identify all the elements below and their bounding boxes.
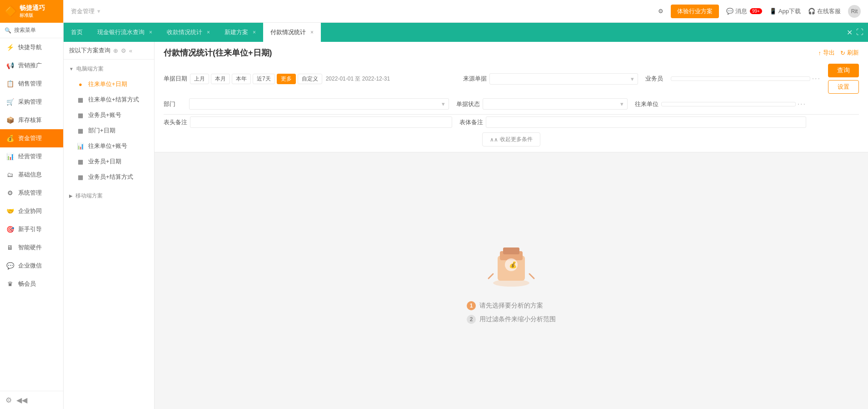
plan-item-label: 往来单位+结算方式 (88, 96, 139, 104)
tab-payment-stats[interactable]: 付款情况统计 × (263, 23, 321, 42)
avatar[interactable]: Rit (848, 5, 861, 18)
mobile-section-title[interactable]: ▶ 移动端方案 (64, 188, 154, 203)
doc-status-select[interactable]: ▾ (483, 98, 628, 110)
tab-home-label: 首页 (71, 28, 83, 36)
plan-item-dept-date[interactable]: ▦ 部门+日期 (64, 123, 154, 138)
tab-bank-flow[interactable]: 现金银行流水查询 × (90, 23, 160, 42)
tab-new-plan-close[interactable]: × (253, 30, 256, 35)
topbar-actions: ⚙ 体验行业方案 💬 消息 99+ 📱 App下载 🎧 在线客服 Rit (658, 5, 861, 18)
mobile-section-arrow: ▶ (69, 193, 73, 198)
sidebar-item-finance[interactable]: 💰 资金管理 (0, 129, 63, 147)
trial-btn[interactable]: 体验行业方案 (671, 5, 719, 18)
breadcrumb-text: 资金管理 (71, 7, 95, 15)
sidebar-item-label: 经营管理 (18, 152, 42, 161)
tab-receipt-stats-close[interactable]: × (207, 30, 210, 35)
main-area: 资金管理 ▾ ⚙ 体验行业方案 💬 消息 99+ 📱 App下载 🎧 在线客服 … (64, 0, 868, 409)
tab-fullscreen-btn[interactable]: ⛶ (856, 28, 863, 36)
sidebar-settings-btn[interactable]: ⚙ (5, 396, 12, 404)
plan-item-label: 业务员+账号 (88, 111, 121, 119)
app-download-btn[interactable]: 📱 App下载 (769, 7, 801, 15)
add-plan-btn[interactable]: ⊕ (113, 47, 118, 54)
header-note-input[interactable] (190, 116, 452, 128)
source-select[interactable]: ▾ (489, 73, 639, 85)
empty-tip-1: 1 请先选择要分析的方案 (467, 301, 556, 310)
sidebar-item-label: 新手引导 (18, 225, 42, 233)
sidebar-item-purchase[interactable]: 🛒 采购管理 (0, 93, 63, 111)
sidebar-item-system[interactable]: ⚙ 系统管理 (0, 184, 63, 202)
date-range-text: 2022-01-01 至 2022-12-31 (326, 75, 390, 83)
right-main: 付款情况统计(往来单位+日期) ↑ 导出 ↻ 刷新 (155, 42, 868, 409)
this-year-btn[interactable]: 本年 (232, 74, 251, 84)
export-btn[interactable]: ↑ 导出 (818, 49, 835, 57)
desktop-section-title[interactable]: ▼ 电脑端方案 (64, 61, 154, 76)
tab-home[interactable]: 首页 (64, 23, 90, 42)
filter-doc-status-item: 单据状态 ▾ (456, 98, 628, 110)
search-label: 搜索菜单 (14, 26, 36, 34)
sidebar-collapse-btn[interactable]: ◀◀ (16, 396, 27, 404)
refresh-icon: ↻ (840, 50, 845, 56)
content: 按以下方案查询 ⊕ ⚙ « ▼ 电脑端方案 ● 往来单位+日期 ▦ (64, 42, 868, 409)
sidebar-item-quick-nav[interactable]: ⚡ 快捷导航 (0, 38, 63, 56)
more-btn[interactable]: 更多 (277, 74, 296, 84)
filter-row-1: 单据日期 上月 本月 本年 近7天 更多 自定义 20 (164, 64, 859, 94)
online-service-btn[interactable]: 🎧 在线客服 (808, 7, 841, 15)
refresh-btn[interactable]: ↻ 刷新 (840, 49, 859, 57)
plan-item-icon-dept-date: ▦ (76, 126, 85, 135)
search-icon: 🔍 (5, 27, 11, 34)
empty-tip-2: 2 用过滤条件来缩小分析范围 (467, 315, 556, 324)
partner-dots-btn[interactable]: ··· (798, 100, 806, 108)
sidebar-item-base-info[interactable]: 🗂 基础信息 (0, 166, 63, 184)
sidebar-item-vip[interactable]: ♛ 畅会员 (0, 275, 63, 293)
sidebar-item-inventory[interactable]: 📦 库存核算 (0, 111, 63, 129)
filter-salesman-item: 业务员 ··· (645, 75, 821, 83)
custom-btn[interactable]: 自定义 (298, 74, 322, 84)
left-panel-header-icons: ⊕ ⚙ « (113, 47, 132, 54)
collapse-icon: ∧∧ (490, 136, 498, 143)
sidebar-item-smart-hw[interactable]: 🖥 智能硬件 (0, 238, 63, 257)
plan-item-partner-settle[interactable]: ▦ 往来单位+结算方式 (64, 92, 154, 107)
dept-select[interactable]: ▾ (189, 98, 449, 110)
empty-area: 💰 1 请先选择要分析的方案 2 用过滤条件来缩小分析范围 (155, 152, 868, 409)
date-btns: 上月 本月 本年 近7天 更多 自定义 (190, 74, 322, 84)
tab-close-all-btn[interactable]: ✕ (847, 28, 853, 37)
partner-input[interactable] (661, 102, 796, 106)
tab-bank-flow-close[interactable]: × (149, 30, 152, 35)
plan-item-salesman-account[interactable]: ▦ 业务员+账号 (64, 107, 154, 123)
plan-settings-btn[interactable]: ⚙ (121, 47, 126, 54)
last-7days-btn[interactable]: 近7天 (253, 74, 275, 84)
inventory-icon: 📦 (5, 116, 15, 125)
svg-rect-3 (503, 247, 519, 254)
tab-new-plan[interactable]: 新建方案 × (217, 23, 263, 42)
sidebar-item-label: 库存核算 (18, 116, 42, 124)
plan-item-partner-account[interactable]: 📊 往来单位+账号 (64, 138, 154, 154)
sidebar-item-marketing[interactable]: 📢 营销推广 (0, 56, 63, 75)
plan-item-partner-date[interactable]: ● 往来单位+日期 (64, 76, 154, 92)
sidebar-item-guide[interactable]: 🎯 新手引导 (0, 220, 63, 238)
salesman-dots-btn[interactable]: ··· (812, 75, 821, 83)
vip-icon: ♛ (5, 279, 15, 288)
sidebar-item-enterprise[interactable]: 🤝 企业协同 (0, 202, 63, 220)
plan-item-salesman-date[interactable]: ▦ 业务员+日期 (64, 154, 154, 169)
quick-nav-icon: ⚡ (5, 43, 15, 52)
salesman-input[interactable] (671, 76, 810, 81)
sidebar-item-label: 智能硬件 (18, 243, 42, 252)
plan-item-salesman-settle[interactable]: ▦ 业务员+结算方式 (64, 169, 154, 185)
plan-item-label: 往来单位+账号 (88, 142, 127, 150)
plan-item-icon-partner-settle: ▦ (76, 96, 85, 104)
sidebar-item-operations[interactable]: 📊 经营管理 (0, 147, 63, 166)
this-month-btn[interactable]: 本月 (211, 74, 230, 84)
sidebar-item-sales[interactable]: 📋 销售管理 (0, 75, 63, 93)
setting-btn[interactable]: 设置 (828, 80, 859, 94)
last-month-btn[interactable]: 上月 (190, 74, 209, 84)
messages-btn[interactable]: 💬 消息 99+ (726, 7, 762, 15)
panel-collapse-btn[interactable]: « (129, 47, 132, 54)
sidebar-search[interactable]: 🔍 搜索菜单 (0, 23, 63, 38)
settings-btn[interactable]: ⚙ (658, 8, 663, 15)
collapse-btn[interactable]: ∧∧ 收起更多条件 (482, 132, 540, 146)
sidebar-item-label: 资金管理 (18, 134, 42, 142)
query-btn[interactable]: 查询 (828, 64, 859, 77)
body-note-input[interactable] (486, 116, 806, 128)
tab-payment-stats-close[interactable]: × (310, 30, 314, 35)
tab-receipt-stats[interactable]: 收款情况统计 × (160, 23, 217, 42)
sidebar-item-wechat[interactable]: 💬 企业微信 (0, 257, 63, 275)
